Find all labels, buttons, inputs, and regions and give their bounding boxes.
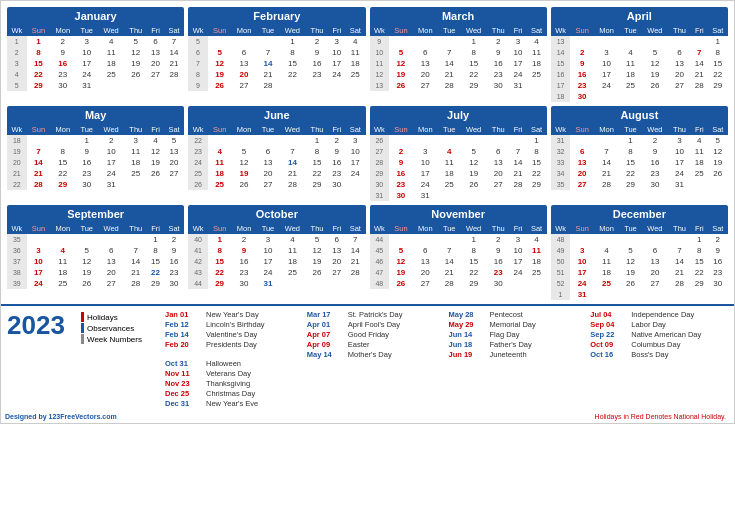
holiday-name: Halloween (206, 359, 241, 368)
table-row: 51234 (188, 36, 365, 47)
week-number: 40 (188, 234, 208, 245)
month-header-june: June (188, 106, 365, 124)
day-cell: 6 (570, 146, 593, 157)
day-cell (526, 80, 546, 91)
month-table-july: WkSunMonTueWedThuFriSat26127234567828910… (370, 124, 547, 201)
day-cell: 13 (147, 47, 164, 58)
day-cell: 14 (594, 157, 619, 168)
table-row: 401234567 (188, 234, 365, 245)
day-cell: 26 (306, 267, 329, 278)
month-november: NovemberWkSunMonTueWedThuFriSat441234455… (368, 203, 549, 302)
table-row: 45567891011 (370, 245, 547, 256)
holiday-row: Nov 11Veterans Day (165, 369, 303, 378)
legend-holidays-label: Holidays (87, 313, 118, 322)
day-cell: 1 (306, 135, 329, 146)
month-table-april: WkSunMonTueWedThuFriSat13114234567815910… (551, 25, 728, 102)
day-cell (594, 234, 619, 245)
day-cell (594, 135, 619, 146)
day-cell: 13 (413, 58, 438, 69)
month-october: OctoberWkSunMonTueWedThuFriSat4012345674… (186, 203, 367, 302)
day-cell: 20 (231, 69, 256, 80)
col-header-tue: Tue (619, 25, 641, 36)
day-cell: 2 (487, 234, 510, 245)
day-cell: 15 (208, 256, 231, 267)
day-cell (279, 278, 305, 289)
day-cell: 1 (526, 135, 546, 146)
day-cell: 12 (619, 256, 641, 267)
day-cell (345, 80, 365, 91)
legend-bar-gray (81, 334, 84, 344)
day-cell: 8 (279, 47, 305, 58)
day-cell: 8 (306, 146, 329, 157)
week-number: 8 (188, 69, 208, 80)
day-cell: 24 (345, 168, 365, 179)
day-cell: 6 (413, 245, 438, 256)
day-cell: 30 (328, 179, 345, 190)
table-row: 3817181920212223 (7, 267, 184, 278)
table-row: 131 (551, 289, 728, 300)
day-cell (231, 135, 256, 146)
holidays-col2: Mar 17St. Patrick's DayApr 01April Fool'… (307, 310, 445, 359)
day-cell (76, 234, 98, 245)
day-cell: 25 (124, 168, 147, 179)
day-cell: 14 (27, 157, 50, 168)
day-cell: 21 (510, 168, 527, 179)
day-cell: 28 (257, 80, 279, 91)
day-cell: 10 (510, 47, 527, 58)
day-cell: 26 (389, 80, 412, 91)
day-cell: 25 (50, 278, 75, 289)
day-cell: 7 (279, 146, 305, 157)
holiday-name: New Year's Day (206, 310, 259, 319)
day-cell: 29 (619, 179, 641, 190)
table-row: 5117181920212223 (551, 267, 728, 278)
table-row: 2121222324252627 (7, 168, 184, 179)
day-cell: 17 (27, 267, 50, 278)
day-cell (691, 179, 708, 190)
col-header-sun: Sun (208, 223, 231, 234)
holiday-row: Sep 04Labor Day (590, 320, 728, 329)
day-cell: 4 (691, 135, 708, 146)
day-cell (147, 179, 164, 190)
day-cell: 18 (279, 256, 305, 267)
col-header-wk: Wk (370, 25, 390, 36)
day-cell: 30 (50, 80, 75, 91)
table-row: 3924252627282930 (7, 278, 184, 289)
day-cell: 23 (328, 168, 345, 179)
holiday-name: Flag Day (490, 330, 520, 339)
day-cell (668, 91, 691, 102)
day-cell: 21 (594, 168, 619, 179)
day-cell: 21 (345, 256, 365, 267)
table-row: 819202122232425 (188, 69, 365, 80)
holiday-date: Jun 14 (449, 330, 487, 339)
day-cell: 31 (98, 179, 124, 190)
holiday-row: May 14Mother's Day (307, 350, 445, 359)
day-cell: 24 (510, 69, 527, 80)
col-header-sat: Sat (526, 25, 546, 36)
holiday-name: Mother's Day (348, 350, 392, 359)
day-cell: 22 (460, 69, 486, 80)
day-cell: 13 (164, 146, 184, 157)
holiday-row: Feb 20Presidents Day (165, 340, 303, 349)
day-cell (124, 234, 147, 245)
day-cell: 27 (413, 278, 438, 289)
day-cell: 3 (668, 135, 691, 146)
col-header-mon: Mon (594, 124, 619, 135)
holiday-row: May 29Memorial Day (449, 320, 587, 329)
week-number: 12 (370, 69, 390, 80)
holiday-date: Jun 19 (449, 350, 487, 359)
day-cell: 2 (389, 146, 412, 157)
day-cell (164, 80, 184, 91)
day-cell: 18 (98, 58, 124, 69)
day-cell: 9 (328, 146, 345, 157)
col-header-fri: Fri (691, 25, 708, 36)
week-number: 42 (188, 256, 208, 267)
holidays-columns: Jan 01New Year's DayFeb 12Lincoln's Birt… (165, 310, 728, 408)
day-cell: 18 (691, 157, 708, 168)
holiday-name: New Year's Eve (206, 399, 258, 408)
day-cell: 29 (526, 179, 546, 190)
week-number: 22 (188, 135, 208, 146)
col-header-wed: Wed (642, 124, 668, 135)
month-header-august: August (551, 106, 728, 124)
holiday-row: Jan 01New Year's Day (165, 310, 303, 319)
col-header-sat: Sat (164, 223, 184, 234)
